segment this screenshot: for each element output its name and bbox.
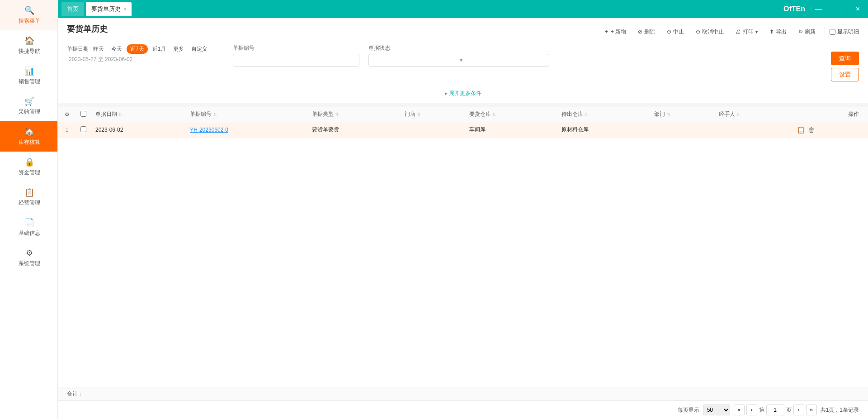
row-edit-icon-1[interactable]: 📋 bbox=[797, 126, 805, 133]
prev-page-button[interactable]: ‹ bbox=[746, 405, 757, 415]
sidebar-item-purchase-mgmt[interactable]: 🛒 采购管理 bbox=[0, 91, 57, 121]
col-store[interactable]: 门店 ⇅ bbox=[400, 107, 464, 122]
window-minimize[interactable]: — bbox=[811, 3, 827, 15]
row-store-1 bbox=[400, 122, 464, 138]
row-num-1: 1 bbox=[58, 122, 76, 138]
select-all-checkbox[interactable] bbox=[80, 111, 86, 117]
basic-info-icon: 📄 bbox=[24, 218, 34, 228]
sales-mgmt-icon: 📊 bbox=[24, 66, 34, 76]
delete-icon: ⊘ bbox=[638, 29, 642, 35]
bill-no-label: 单据编号 bbox=[233, 44, 359, 52]
display-detail-input[interactable] bbox=[830, 29, 835, 35]
close-tab-icon[interactable]: × bbox=[123, 6, 126, 12]
sidebar: 🔍 搜索菜单 🏠 快捷导航 📊 销售管理 🛒 采购管理 🏠 库存核算 🔒 资金管… bbox=[0, 0, 58, 419]
status-dropdown-icon: ▾ bbox=[460, 57, 545, 63]
print-icon: 🖨 bbox=[736, 29, 741, 35]
date-btn-custom[interactable]: 自定义 bbox=[189, 44, 210, 54]
print-dropdown-icon: ▾ bbox=[755, 29, 758, 34]
delete-button[interactable]: ⊘ 删除 bbox=[633, 26, 660, 38]
bill-status-select[interactable]: ▾ bbox=[368, 54, 549, 67]
table-row[interactable]: 1 2023-06-02 YH-20230602-0 要货单要货 车间库 原材料… bbox=[58, 122, 868, 138]
brand-label: OfTEn bbox=[783, 5, 805, 13]
row-req-wh-1: 车间库 bbox=[465, 122, 557, 138]
sidebar-item-system-mgmt[interactable]: ⚙ 系统管理 bbox=[0, 243, 57, 273]
bill-status-label: 单据状态 bbox=[368, 44, 549, 52]
sort-pend-wh-icon: ⇅ bbox=[585, 112, 588, 117]
date-btn-yesterday[interactable]: 昨天 bbox=[90, 44, 107, 54]
export-button[interactable]: ⬆ 导出 bbox=[765, 26, 791, 38]
date-filter-label: 单据日期 bbox=[67, 45, 89, 53]
page-nav: « ‹ 第 页 › » bbox=[734, 405, 817, 415]
inventory-calc-icon: 🏠 bbox=[24, 127, 34, 137]
date-btn-more[interactable]: 更多 bbox=[170, 44, 187, 54]
row-action-1: 📋 🗑 bbox=[793, 122, 868, 138]
col-bill-type[interactable]: 单据类型 ⇅ bbox=[307, 107, 401, 122]
date-btn-7days[interactable]: 近7天 bbox=[127, 44, 148, 54]
query-button[interactable]: 查询 bbox=[831, 52, 859, 65]
row-dept-1 bbox=[650, 122, 714, 138]
purchase-mgmt-icon: 🛒 bbox=[24, 96, 34, 106]
sidebar-item-quick-nav[interactable]: 🏠 快捷导航 bbox=[0, 30, 57, 61]
last-page-button[interactable]: » bbox=[806, 405, 817, 415]
table-settings-icon[interactable]: ⚙ bbox=[65, 111, 70, 118]
settings-button[interactable]: 设置 bbox=[831, 68, 859, 81]
page-size-select[interactable]: 20 50 100 bbox=[703, 405, 730, 415]
col-checkbox bbox=[76, 107, 91, 122]
date-btn-1month[interactable]: 近1月 bbox=[150, 44, 169, 54]
col-department[interactable]: 部门 ⇅ bbox=[650, 107, 714, 122]
new-button[interactable]: + + 新增 bbox=[600, 26, 631, 38]
col-request-warehouse[interactable]: 要货仓库 ⇅ bbox=[465, 107, 557, 122]
row-select-1[interactable] bbox=[80, 126, 86, 132]
row-checkbox-1[interactable] bbox=[76, 122, 91, 138]
page-header: 要货单历史 + + 新增 ⊘ 删除 ⊙ 中止 bbox=[58, 18, 868, 103]
data-table: ⚙ 单据日期 ⇅ 单据编号 ⇅ bbox=[58, 107, 868, 138]
row-delete-icon-1[interactable]: 🗑 bbox=[808, 126, 815, 133]
expand-icon: ▾ bbox=[444, 90, 447, 97]
finance-mgmt-icon: 🔒 bbox=[24, 157, 34, 167]
date-range-label: 2023-05-27 至 2023-06-02 bbox=[67, 56, 210, 63]
row-date-1: 2023-06-02 bbox=[91, 122, 185, 138]
col-action: 操作 bbox=[793, 107, 868, 122]
col-bill-no[interactable]: 单据编号 ⇅ bbox=[185, 107, 307, 122]
operations-mgmt-icon: 📋 bbox=[24, 187, 34, 197]
cancel-suspend-button[interactable]: ⊙ 取消中止 bbox=[691, 26, 728, 38]
refresh-button[interactable]: ↻ 刷新 bbox=[794, 26, 820, 38]
tab-bill-history[interactable]: 要货单历史 × bbox=[86, 2, 132, 16]
sidebar-item-inventory-calc[interactable]: 🏠 库存核算 bbox=[0, 121, 57, 152]
table-wrap: ⚙ 单据日期 ⇅ 单据编号 ⇅ bbox=[58, 107, 868, 387]
sidebar-item-basic-info[interactable]: 📄 基础信息 bbox=[0, 212, 57, 243]
main-area: 首页 要货单历史 × OfTEn — □ × 要货单历史 + + 新增 bbox=[58, 0, 868, 419]
sidebar-item-finance-mgmt[interactable]: 🔒 资金管理 bbox=[0, 152, 57, 182]
window-close[interactable]: × bbox=[851, 3, 864, 15]
search-menu-icon: 🔍 bbox=[24, 5, 34, 15]
window-maximize[interactable]: □ bbox=[832, 3, 846, 15]
sort-handler-icon: ⇅ bbox=[736, 112, 740, 117]
row-bill-no-1[interactable]: YH-20230602-0 bbox=[185, 122, 307, 138]
sidebar-item-operations-mgmt[interactable]: 📋 经营管理 bbox=[0, 182, 57, 212]
page-unit: 页 bbox=[786, 406, 792, 414]
export-icon: ⬆ bbox=[769, 29, 774, 35]
display-detail-checkbox[interactable]: 显示明细 bbox=[830, 28, 859, 36]
new-icon: + bbox=[605, 29, 608, 35]
date-btn-today[interactable]: 今天 bbox=[108, 44, 125, 54]
print-button[interactable]: 🖨 打印 ▾ bbox=[731, 26, 762, 38]
goto-label: 第 bbox=[759, 406, 764, 414]
sidebar-item-search-menu[interactable]: 🔍 搜索菜单 bbox=[0, 0, 57, 30]
page-title: 要货单历史 bbox=[67, 24, 108, 34]
sort-bill-type-icon: ⇅ bbox=[335, 112, 339, 117]
sidebar-item-sales-mgmt[interactable]: 📊 销售管理 bbox=[0, 61, 57, 91]
bill-no-input[interactable] bbox=[233, 54, 359, 67]
tab-home[interactable]: 首页 bbox=[61, 2, 84, 16]
expand-more-button[interactable]: ▾ 展开更多条件 bbox=[439, 88, 487, 99]
first-page-button[interactable]: « bbox=[734, 405, 745, 415]
cancel-suspend-icon: ⊙ bbox=[696, 29, 700, 35]
suspend-button[interactable]: ⊙ 中止 bbox=[662, 26, 689, 38]
row-handler-1 bbox=[714, 122, 793, 138]
next-page-button[interactable]: › bbox=[793, 405, 804, 415]
page-input[interactable] bbox=[766, 405, 784, 415]
sort-bill-no-icon: ⇅ bbox=[213, 112, 217, 117]
col-pending-warehouse[interactable]: 待出仓库 ⇅ bbox=[557, 107, 650, 122]
col-settings[interactable]: ⚙ bbox=[58, 107, 76, 122]
col-date[interactable]: 单据日期 ⇅ bbox=[91, 107, 185, 122]
col-handler[interactable]: 经手人 ⇅ bbox=[714, 107, 793, 122]
